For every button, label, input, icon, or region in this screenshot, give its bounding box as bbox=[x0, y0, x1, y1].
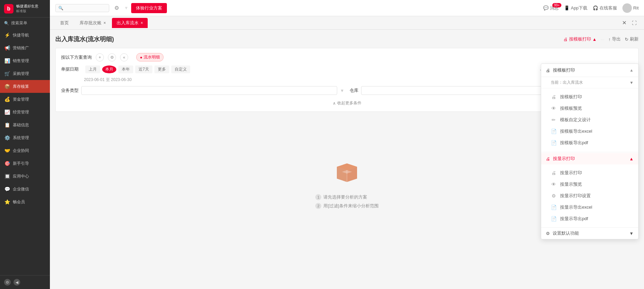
cooperation-icon: 🤝 bbox=[4, 148, 10, 154]
add-icon: + bbox=[98, 55, 101, 60]
sidebar-item-marketing[interactable]: 📢 营销推广 bbox=[0, 42, 50, 54]
sidebar-item-corp-wechat[interactable]: 💬 企业微信 bbox=[0, 183, 50, 195]
export-pdf-template-item[interactable]: 📄 按模板导出pdf bbox=[541, 137, 638, 149]
export-excel-template-item[interactable]: 📄 按模板导出excel bbox=[541, 126, 638, 137]
sidebar-item-cooperation[interactable]: 🤝 企业协同 bbox=[0, 144, 50, 157]
date-tag-more[interactable]: 更多 bbox=[154, 65, 169, 73]
tab-batch-accounts-close[interactable]: × bbox=[104, 21, 106, 25]
page-expand-button[interactable]: ⛶ bbox=[630, 20, 639, 26]
sidebar: b 畅捷通好生意 标准版 🔍 搜索菜单 ⚡ 快捷导航 📢 营销推广 📊 销售管理… bbox=[0, 0, 50, 289]
page-title: 出入库流水(流水明细) bbox=[55, 35, 114, 43]
avatar-image bbox=[622, 3, 632, 13]
print-template-button[interactable]: 🖨 按模板打印 ▲ bbox=[563, 36, 597, 42]
print-template-item[interactable]: 🖨 按模板打印 bbox=[541, 91, 638, 103]
preview-display-label: 按显示预览 bbox=[560, 181, 582, 187]
sidebar-item-finance[interactable]: 💰 资金管理 bbox=[0, 93, 50, 106]
print-header-icon: 🖨 bbox=[546, 68, 550, 73]
export-excel-display-item[interactable]: 📄 按显示导出excel bbox=[541, 202, 638, 213]
sidebar-item-purchase[interactable]: 🛒 采购管理 bbox=[0, 67, 50, 80]
refresh-button[interactable]: ↻ 刷新 bbox=[625, 36, 639, 42]
sidebar-label: 资金管理 bbox=[13, 97, 29, 102]
print-dropdown-panel: 🖨 按模板打印 ▲ 当前：出入库流水 ▼ 🖨 按模板打印 👁 按模板预览 bbox=[541, 63, 639, 239]
sidebar-item-system[interactable]: ⚙️ 系统管理 bbox=[0, 131, 50, 144]
sidebar-item-guide[interactable]: 🎯 新手引导 bbox=[0, 157, 50, 170]
industry-solution-button[interactable]: 体验行业方案 bbox=[131, 3, 167, 13]
collapse-footer-icon[interactable]: ◀ bbox=[13, 279, 20, 286]
message-button[interactable]: 💬 消息 99+ bbox=[543, 5, 559, 11]
customize-tpl-icon: ✏ bbox=[551, 117, 557, 123]
export-excel-display-label: 按显示导出excel bbox=[560, 204, 592, 210]
display-section-chevron: ▲ bbox=[629, 156, 634, 161]
sales-icon: 📊 bbox=[4, 58, 10, 64]
biz-type-field: 业务类型 ▼ bbox=[61, 86, 344, 95]
topbar: 🔍 ⚙ ▼ 体验行业方案 💬 消息 99+ 📱 App下载 🎧 在线客服 bbox=[50, 0, 644, 16]
preview-template-item[interactable]: 👁 按模板预览 bbox=[541, 103, 638, 114]
page-close-button[interactable]: ✕ bbox=[620, 19, 628, 27]
finance-icon: 💰 bbox=[4, 96, 10, 102]
filter-scheme-label: 按以下方案查询 bbox=[61, 54, 92, 60]
sidebar-label: 快捷导航 bbox=[13, 32, 29, 38]
customize-template-item[interactable]: ✏ 模板自定义设计 bbox=[541, 114, 638, 126]
dropdown-divider bbox=[541, 152, 638, 152]
customize-template-item-label: 模板自定义设计 bbox=[560, 117, 591, 123]
app-download-button[interactable]: 📱 App下载 bbox=[564, 5, 587, 11]
tab-flow-close[interactable]: × bbox=[141, 21, 143, 25]
footer-label: 设置默认功能 bbox=[553, 230, 579, 236]
system-icon: ⚙️ bbox=[4, 135, 10, 141]
sidebar-label: 基础信息 bbox=[13, 122, 29, 128]
operations-icon: 📈 bbox=[4, 109, 10, 115]
date-tag-custom[interactable]: 自定义 bbox=[171, 65, 190, 73]
date-tag-7days[interactable]: 近7天 bbox=[135, 65, 152, 73]
date-tag-this-year[interactable]: 本年 bbox=[118, 65, 133, 73]
biz-type-select[interactable] bbox=[81, 86, 337, 95]
dropdown-footer[interactable]: ⚙ 设置默认功能 ▼ bbox=[541, 227, 638, 239]
sidebar-item-membership[interactable]: ⭐ 畅会员 bbox=[0, 195, 50, 208]
template-section: 🖨 按模板打印 👁 按模板预览 ✏ 模板自定义设计 📄 按模板导出excel 📄 bbox=[541, 88, 638, 151]
online-service-button[interactable]: 🎧 在线客服 bbox=[593, 5, 617, 11]
preview-display-icon: 👁 bbox=[551, 182, 557, 187]
preview-display-item[interactable]: 👁 按显示预览 bbox=[541, 179, 638, 190]
tab-batch-accounts[interactable]: 库存批次账 × bbox=[75, 18, 111, 28]
display-section-header[interactable]: 🖨 按显示打印 ▲ bbox=[541, 153, 638, 164]
refresh-icon: ↻ bbox=[625, 37, 628, 42]
sidebar-item-app-center[interactable]: 🔲 应用中心 bbox=[0, 170, 50, 183]
export-button[interactable]: ↑ 导出 bbox=[609, 36, 621, 42]
print-template-label: 按模板打印 bbox=[569, 36, 591, 42]
brand-sub: 标准版 bbox=[16, 9, 38, 14]
main-area: 🔍 ⚙ ▼ 体验行业方案 💬 消息 99+ 📱 App下载 🎧 在线客服 bbox=[50, 0, 644, 289]
date-tag-this-month[interactable]: 本月 bbox=[102, 65, 116, 73]
export-pdf-display-label: 按显示导出pdf bbox=[560, 216, 588, 222]
export-pdf-template-label: 按模板导出pdf bbox=[560, 140, 588, 146]
tab-flow[interactable]: 出入库流水 × bbox=[112, 18, 148, 28]
topbar-search-box[interactable]: 🔍 bbox=[55, 4, 109, 12]
date-tag-last-month[interactable]: 上月 bbox=[85, 65, 100, 73]
dropdown-header[interactable]: 🖨 按模板打印 ▲ bbox=[541, 64, 638, 77]
settings-footer-icon[interactable]: ⚙ bbox=[4, 279, 11, 286]
user-avatar[interactable]: Rit bbox=[622, 3, 639, 13]
display-section: 🖨 按显示打印 👁 按显示预览 ⚙ 按显示打印设置 📄 按显示导出excel 📄 bbox=[541, 164, 638, 227]
sidebar-label: 经营管理 bbox=[13, 109, 29, 115]
export-excel-template-label: 按模板导出excel bbox=[560, 128, 592, 134]
sidebar-item-operations[interactable]: 📈 经营管理 bbox=[0, 106, 50, 119]
filter-settings-button[interactable]: ⚙ bbox=[108, 53, 116, 61]
settings-display-item[interactable]: ⚙ 按显示打印设置 bbox=[541, 190, 638, 202]
sidebar-search[interactable]: 🔍 搜索菜单 bbox=[0, 18, 50, 29]
topbar-gear-icon[interactable]: ⚙ bbox=[112, 3, 121, 13]
add-filter-button[interactable]: + bbox=[96, 53, 104, 61]
collapse-more-button[interactable]: ∧ 收起更多条件 bbox=[333, 100, 361, 106]
export-pdf-display-item[interactable]: 📄 按显示导出pdf bbox=[541, 213, 638, 225]
sidebar-item-inventory[interactable]: 📦 库存核算 bbox=[0, 80, 50, 93]
sidebar-item-quick-nav[interactable]: ⚡ 快捷导航 bbox=[0, 29, 50, 42]
collapse-filter-button[interactable]: « bbox=[120, 53, 128, 61]
sidebar-logo: b 畅捷通好生意 标准版 bbox=[0, 0, 50, 18]
message-badge: 99+ bbox=[552, 3, 561, 7]
print-display-item[interactable]: 🖨 按显示打印 bbox=[541, 167, 638, 179]
chevron-up-icon: ▲ bbox=[592, 37, 597, 42]
settings-display-icon: ⚙ bbox=[551, 193, 557, 199]
sidebar-item-sales[interactable]: 📊 销售管理 bbox=[0, 54, 50, 67]
sidebar-item-basic[interactable]: 📋 基础信息 bbox=[0, 119, 50, 131]
gear-small-icon: ⚙ bbox=[110, 55, 114, 60]
empty-illustration bbox=[332, 158, 362, 189]
content-area: 出入库流水(流水明细) 🖨 按模板打印 ▲ ··· ↑ 导出 ↻ 刷新 bbox=[50, 30, 644, 289]
tab-home[interactable]: 首页 bbox=[55, 18, 74, 28]
